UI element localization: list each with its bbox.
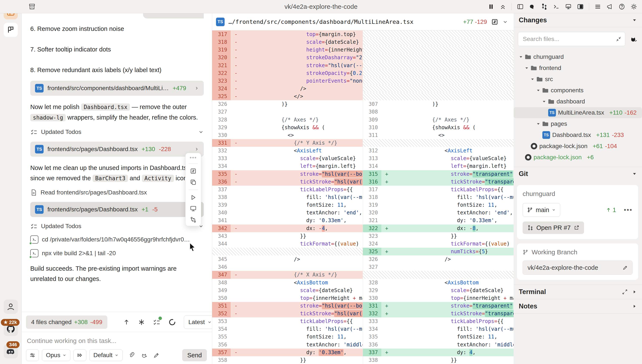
message-input[interactable]: Continue working on this task... [22,332,212,344]
menu-icon[interactable] [594,3,601,10]
edit-branch-icon[interactable] [622,264,628,271]
file-diff-chip[interactable]: TSfrontend/src/pages/Dashboard.tsx+130-2… [30,142,204,157]
tree-item-src[interactable]: src [514,74,642,85]
monitor-icon[interactable] [565,3,572,10]
help-icon[interactable] [618,3,625,10]
scroll-to-top-icon[interactable] [123,318,130,326]
diff-pane-new[interactable]: 307 )}308309 {/* Axes */}310 {showAxis &… [363,30,514,364]
terminal-command-row[interactable]: cd /private/var/folders/10/h7w0q46556ggr… [30,236,204,244]
diff-row: 336 textAnchor: 'middle', [363,341,514,348]
diff-row [363,46,514,54]
cat-icon[interactable] [629,34,638,44]
tree-item-dashboard[interactable]: dashboard [514,96,642,107]
settings-icon[interactable] [630,3,637,10]
chevron-right-icon[interactable] [632,304,637,309]
tree-item-churnguard[interactable]: churnguard [514,51,642,62]
diff-row: 317 tickLabelProps={{ [363,186,514,194]
theme-blob-icon[interactable] [529,3,536,10]
file-diff-chip[interactable]: TSfrontend/src/pages/Dashboard.tsx+1-5 [30,202,204,217]
settings-sliders-button[interactable] [26,350,39,361]
deletions-count: -499 [90,319,102,326]
collapse-up-icon[interactable] [499,3,506,10]
columns-layout-button[interactable] [4,23,18,37]
git-section-header[interactable]: Git [514,167,642,181]
diff-row: 326 )} [212,100,363,108]
fast-forward-button[interactable] [74,350,86,361]
diff-row: 329 scale={dateScale} [363,286,514,294]
pause-icon[interactable] [488,4,494,10]
working-branch-field[interactable]: vk/4e2a-explore-the-code [523,260,632,275]
updated-todos-row[interactable]: Updated Todos [30,222,204,230]
collapse-file-icon[interactable] [502,19,508,25]
panel-left-icon[interactable] [517,3,524,10]
tree-item-multilinearea-tsx[interactable]: TSMultiLineArea.tsx+110-162 [514,107,642,118]
chevron-down-icon [632,18,637,22]
latest-dropdown[interactable]: Latest [184,316,212,329]
tree-item-dashboard-tsx[interactable]: TSDashboard.tsx+131-233 [514,130,642,140]
diff-row: 335 fontSize: 11, [363,333,514,340]
spark-icon[interactable] [138,318,145,326]
terminal-command-row[interactable]: npx vite build 2>&1 | tail -20 [30,249,204,257]
run-icon[interactable] [190,194,197,201]
file-diff-chip[interactable]: TSfrontend/src/components/dashboard/Mult… [30,81,204,96]
stacked-diff-icon[interactable] [190,168,197,175]
updated-todos-row[interactable]: Updated Todos [30,128,204,136]
open-pr-button[interactable]: Open PR #7 [523,222,584,234]
terminal-section-header[interactable]: Terminal [514,285,642,299]
expand-icon[interactable] [622,289,628,295]
model-dropdown[interactable]: Opus [42,350,71,361]
collapse-tree-icon[interactable] [615,36,621,42]
pen-icon[interactable] [153,352,160,359]
diff-row: 319 fontSize: 11, [363,201,514,209]
diff-row: 312 <AxisLeft [363,147,514,154]
more-options-icon[interactable]: ••• [190,156,197,160]
ahead-count[interactable]: 1 [606,206,616,214]
cat-icon[interactable] [141,352,148,359]
typescript-badge: TS [216,18,225,26]
discord-button[interactable]: 346 [4,344,18,358]
chat-scroll-area[interactable]: 6. Remove zoom instruction noise7. Softe… [22,13,212,312]
git-compare-icon[interactable] [541,3,548,10]
spinner-icon [168,318,176,326]
diff-row: 328 {/* Axes */} [212,116,363,124]
terminal-icon[interactable] [553,3,560,10]
tree-item-components[interactable]: components [514,85,642,96]
branch-dropdown[interactable]: main [523,203,560,217]
files-changed-chip[interactable]: 4 files changed +308 -499 [26,316,107,329]
diff-row: 358 }} [212,356,363,364]
monitor-icon[interactable] [190,205,197,212]
diff-row: 318 fill: 'hsl(var(--muted-foreground))' [363,194,514,201]
notes-section-header[interactable]: Notes [514,299,642,313]
changes-section-header[interactable]: Changes [514,13,642,27]
diff-pane-old[interactable]: 317- top={margin.top}318- scale={dateSca… [212,30,363,364]
read-file-row[interactable]: Read frontend/src/pages/Dashboard.tsx [30,189,204,196]
tree-item-frontend[interactable]: frontend [514,62,642,74]
tree-item-package-lock-json[interactable]: package-lock.json+61-104 [514,140,642,152]
assistant-paragraph: Now let me clean up the unused imports i… [30,163,203,184]
diff-row [363,62,514,69]
github-button[interactable]: ★ 22k [4,322,18,336]
search-input[interactable] [523,36,615,42]
toolbar-divider [589,3,589,10]
send-button[interactable]: Send [182,349,207,361]
tree-item-pages[interactable]: pages [514,118,642,130]
diff-file-path: …/frontend/src/components/dashboard/Mult… [228,18,414,25]
chevron-right-icon[interactable] [632,290,637,294]
account-button[interactable] [4,300,18,314]
megaphone-icon[interactable] [606,3,613,10]
mode-dropdown[interactable]: Default [89,350,123,361]
attach-icon[interactable] [128,352,135,359]
git-compare-icon[interactable] [190,216,197,224]
diff-row: 330 <> [212,131,363,139]
tree-item-package-lock-json[interactable]: package-lock.json+6 [514,152,642,163]
copy-icon[interactable] [190,178,197,186]
todos-status-icon[interactable] [153,318,161,326]
file-search[interactable] [518,32,625,46]
stacked-diff-icon[interactable] [491,18,499,26]
diff-row: 338 }} [363,356,514,364]
diff-file-header[interactable]: TS …/frontend/src/components/dashboard/M… [212,13,514,30]
diff-row: 332 <AxisLeft [212,147,363,154]
clipped-message-top [30,13,204,19]
panel-right-icon[interactable] [577,3,584,10]
more-options-icon[interactable]: ••• [624,206,632,214]
